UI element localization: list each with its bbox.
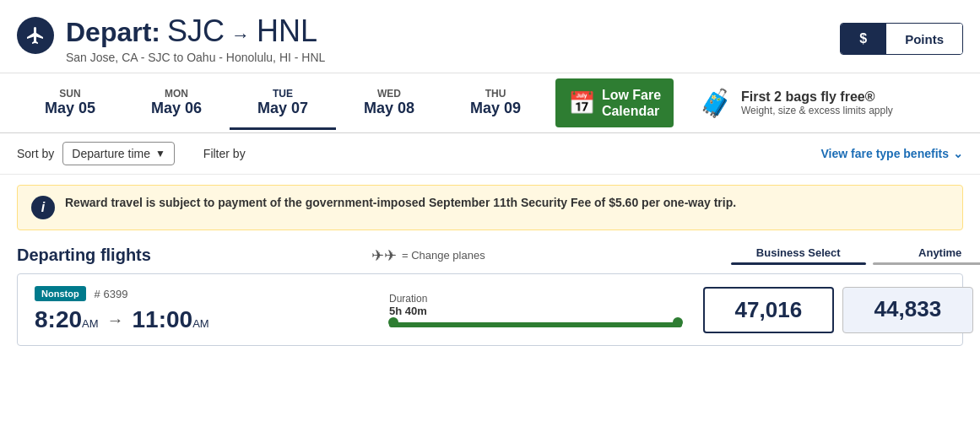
fare-header-any-underline bbox=[873, 262, 980, 265]
subtitle: San Jose, CA - SJC to Oahu - Honolulu, H… bbox=[66, 51, 325, 64]
dollar-button[interactable]: $ bbox=[841, 24, 885, 54]
header: Depart: SJC → HNL San Jose, CA - SJC to … bbox=[0, 0, 980, 73]
flight-number: # 6399 bbox=[95, 288, 128, 300]
tab-thu-day: THU bbox=[451, 88, 540, 100]
low-fare-text: Low Fare Calendar bbox=[602, 87, 661, 119]
progress-bar bbox=[389, 322, 682, 327]
tab-wed[interactable]: WED May 08 bbox=[336, 76, 442, 130]
flights-title: Departing flights bbox=[17, 246, 371, 265]
plane-circle-icon bbox=[17, 17, 54, 54]
view-fare-label: View fare type benefits bbox=[821, 147, 949, 160]
progress-dot-end bbox=[673, 317, 683, 327]
change-planes: ✈✈ = Change planes bbox=[371, 246, 728, 265]
duration-word: Duration bbox=[389, 293, 427, 305]
tab-tue-date: May 07 bbox=[238, 100, 328, 117]
filter-label: Filter by bbox=[203, 147, 246, 160]
tab-wed-date: May 08 bbox=[344, 100, 434, 117]
header-left: Depart: SJC → HNL San Jose, CA - SJC to … bbox=[17, 14, 325, 64]
tab-tue-day: TUE bbox=[238, 88, 328, 100]
flight-info-left: Nonstop # 6399 8:20AM → 11:00AM bbox=[18, 286, 372, 333]
sort-bar: Sort by Departure time ▼ Filter by View … bbox=[0, 133, 980, 175]
flight-duration: Duration 5h 40m bbox=[372, 293, 699, 327]
points-button[interactable]: Points bbox=[885, 24, 962, 54]
dropdown-arrow-icon: ▼ bbox=[155, 148, 165, 159]
low-fare-line2: Calendar bbox=[602, 103, 661, 119]
fare-prices: 47,016 44,833 1,950 bbox=[699, 287, 962, 333]
tab-sun-day: SUN bbox=[25, 88, 115, 100]
progress-fill bbox=[389, 322, 682, 327]
flights-header: Departing flights ✈✈ = Change planes Bus… bbox=[17, 246, 963, 265]
arrow-icon: → bbox=[231, 24, 250, 46]
tab-mon[interactable]: MON May 06 bbox=[123, 76, 230, 130]
fare-header-any: Anytime bbox=[873, 246, 980, 265]
calendar-icon: 📅 bbox=[568, 90, 595, 116]
duration-value: 5h 40m bbox=[389, 305, 427, 317]
flight-times: 8:20AM → 11:00AM bbox=[35, 306, 355, 333]
fare-header-biz-underline bbox=[731, 262, 866, 265]
price-biz-value: 47,016 bbox=[712, 297, 826, 323]
change-planes-label: = Change planes bbox=[402, 249, 485, 262]
arrow-right-icon: → bbox=[107, 310, 124, 330]
price-biz[interactable]: 47,016 bbox=[703, 287, 834, 333]
depart-time-value: 8:20 bbox=[35, 306, 82, 332]
bags-subtitle: Weight, size & excess limits apply bbox=[741, 105, 893, 116]
info-icon: i bbox=[31, 196, 55, 219]
fare-header-biz-label: Business Select bbox=[731, 246, 866, 259]
origin-code: SJC bbox=[167, 14, 225, 49]
low-fare-line1: Low Fare bbox=[602, 87, 661, 103]
view-fare-button[interactable]: View fare type benefits ⌄ bbox=[821, 147, 963, 160]
tab-thu-date: May 09 bbox=[451, 100, 540, 117]
bags-promo: 🧳 First 2 bags fly free® Weight, size & … bbox=[682, 80, 910, 126]
day-tabs-container: SUN May 05 MON May 06 TUE May 07 WED May… bbox=[0, 73, 980, 133]
tab-thu[interactable]: THU May 09 bbox=[442, 76, 549, 130]
sort-left: Sort by Departure time ▼ Filter by bbox=[17, 142, 246, 165]
tab-tue[interactable]: TUE May 07 bbox=[230, 76, 336, 130]
bags-icon: 🧳 bbox=[699, 87, 733, 119]
price-any-value: 44,833 bbox=[850, 296, 966, 322]
arrive-time: 11:00AM bbox=[133, 306, 209, 333]
arrive-ampm: AM bbox=[192, 317, 209, 330]
depart-word: Depart: bbox=[66, 17, 160, 48]
depart-time: 8:20AM bbox=[35, 306, 99, 333]
price-any[interactable]: 44,833 bbox=[842, 287, 973, 333]
arrive-time-value: 11:00 bbox=[133, 306, 193, 332]
tab-wed-day: WED bbox=[344, 88, 434, 100]
fare-header-any-label: Anytime bbox=[873, 246, 980, 259]
chevron-down-icon: ⌄ bbox=[953, 147, 963, 160]
info-text: Reward travel is subject to payment of t… bbox=[65, 196, 736, 209]
nonstop-badge: Nonstop bbox=[35, 286, 86, 301]
currency-toggle: $ Points bbox=[840, 23, 963, 55]
sort-label: Sort by bbox=[17, 147, 54, 160]
flight-row: Nonstop # 6399 8:20AM → 11:00AM Duration… bbox=[17, 273, 963, 346]
info-banner: i Reward travel is subject to payment of… bbox=[17, 185, 963, 230]
airplane-icon bbox=[25, 25, 46, 46]
fare-header-biz: Business Select bbox=[731, 246, 866, 265]
bags-title: First 2 bags fly free® bbox=[741, 89, 893, 105]
depart-ampm: AM bbox=[82, 317, 99, 330]
fare-headers: Business Select Anytime Wanna Get Away bbox=[728, 246, 963, 265]
flights-section: Departing flights ✈✈ = Change planes Bus… bbox=[0, 240, 980, 359]
change-planes-icon: ✈✈ bbox=[371, 246, 397, 265]
low-fare-calendar-tab[interactable]: 📅 Low Fare Calendar bbox=[555, 78, 674, 127]
depart-title: Depart: SJC → HNL bbox=[66, 14, 325, 49]
tab-sun-date: May 05 bbox=[25, 100, 115, 117]
tab-sun[interactable]: SUN May 05 bbox=[17, 76, 123, 130]
duration-label: Duration 5h 40m bbox=[389, 293, 682, 317]
progress-dot-start bbox=[388, 317, 398, 327]
sort-value: Departure time bbox=[72, 147, 150, 160]
tab-mon-date: May 06 bbox=[132, 100, 221, 117]
destination-code: HNL bbox=[257, 14, 317, 49]
tab-mon-day: MON bbox=[132, 88, 221, 100]
sort-select[interactable]: Departure time ▼ bbox=[62, 142, 174, 165]
